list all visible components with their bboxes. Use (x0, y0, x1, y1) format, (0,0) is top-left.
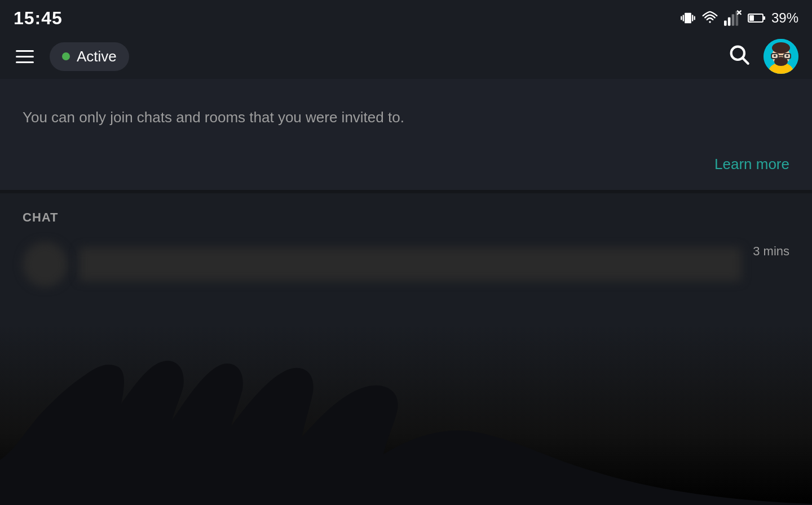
chat-content (79, 247, 742, 281)
nav-right (725, 39, 798, 74)
chat-section-label: CHAT (23, 210, 789, 225)
vibrate-icon (680, 10, 696, 26)
svg-rect-14 (749, 15, 754, 21)
svg-rect-3 (681, 16, 682, 20)
chat-list-item[interactable]: 3 mins (23, 236, 789, 293)
svg-rect-6 (724, 21, 727, 26)
svg-rect-13 (763, 16, 765, 20)
status-icons: 39% (680, 10, 798, 26)
svg-rect-1 (683, 15, 684, 21)
chat-time: 3 mins (753, 242, 789, 259)
svg-rect-4 (694, 16, 695, 20)
svg-rect-7 (728, 17, 731, 26)
info-message: You can only join chats and rooms that y… (23, 107, 789, 127)
info-section: You can only join chats and rooms that y… (0, 79, 812, 144)
battery-percent: 39% (771, 10, 798, 26)
battery-icon (748, 10, 766, 26)
active-dot (62, 52, 70, 60)
nav-bar: Active (0, 34, 812, 79)
hand-overlay (0, 325, 812, 505)
signal-icon (724, 10, 742, 26)
hand-silhouette (0, 358, 812, 505)
svg-rect-0 (685, 13, 691, 24)
hamburger-menu[interactable] (14, 48, 36, 65)
svg-line-16 (743, 58, 748, 63)
active-label: Active (77, 48, 117, 65)
user-avatar[interactable] (764, 39, 798, 74)
svg-point-26 (786, 55, 788, 57)
svg-point-25 (774, 55, 776, 57)
status-time: 15:45 (14, 8, 63, 29)
nav-left: Active (14, 42, 129, 71)
learn-more-link[interactable]: Learn more (714, 156, 789, 173)
status-bar: 15:45 3 (0, 0, 812, 34)
wifi-icon (701, 10, 718, 26)
search-icon[interactable] (725, 41, 752, 73)
chat-section: CHAT 3 mins (0, 193, 812, 304)
svg-rect-2 (692, 15, 693, 21)
active-status-badge[interactable]: Active (50, 42, 129, 71)
svg-rect-8 (732, 14, 735, 26)
chat-avatar (23, 242, 68, 287)
learn-more-container: Learn more (0, 144, 812, 190)
svg-point-5 (709, 21, 711, 23)
svg-point-20 (772, 42, 790, 54)
